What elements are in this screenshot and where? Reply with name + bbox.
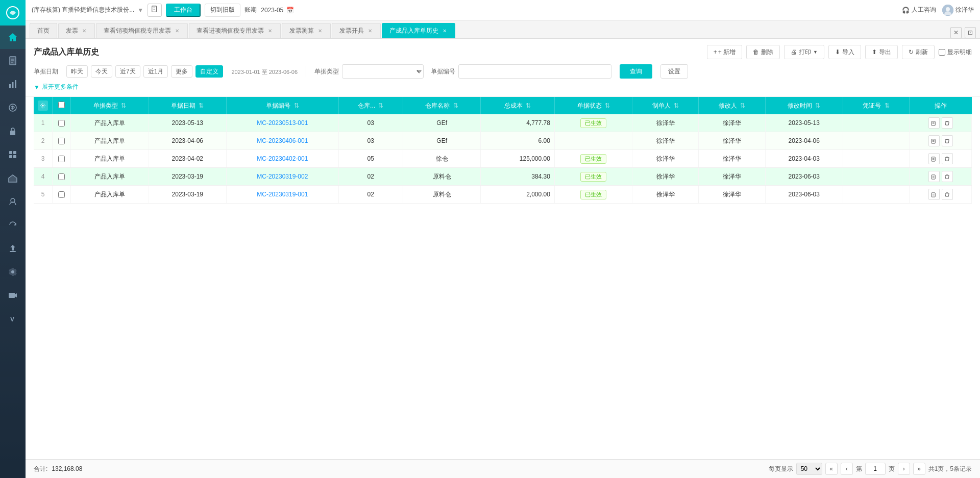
delete-btn[interactable]: 🗑 删除 — [746, 45, 780, 59]
workbench-btn[interactable]: 工作台 — [166, 4, 201, 17]
row-delete-btn-4[interactable] — [942, 189, 953, 200]
row-delete-btn-1[interactable] — [942, 135, 953, 146]
sidebar-item-settings[interactable] — [0, 260, 26, 284]
page-input[interactable] — [865, 463, 886, 475]
tab-history-close[interactable]: ✕ — [442, 28, 448, 34]
app-dropdown-icon[interactable]: ▼ — [137, 7, 143, 14]
th-date[interactable]: 单据日期 ⇅ — [149, 97, 227, 114]
page-size-select[interactable]: 50 10 20 100 — [796, 463, 822, 475]
switch-version-btn[interactable]: 切到旧版 — [205, 4, 240, 17]
th-number[interactable]: 单据编号 ⇅ — [227, 97, 339, 114]
tab-open[interactable]: 发票开具 ✕ — [332, 23, 381, 38]
th-type[interactable]: 单据类型 ⇅ — [71, 97, 149, 114]
row-type: 产品入库单 — [71, 168, 149, 186]
reset-btn[interactable]: 设置 — [660, 64, 688, 79]
sidebar-item-warehouse[interactable] — [0, 166, 26, 190]
import-btn[interactable]: ⬇ 导入 — [828, 45, 861, 59]
row-delete-btn-2[interactable] — [942, 153, 953, 164]
date-btn-1month[interactable]: 近1月 — [143, 65, 168, 78]
row-delete-btn-0[interactable] — [942, 117, 953, 129]
row-voucher — [843, 168, 910, 186]
th-voucher[interactable]: 凭证号 ⇅ — [843, 97, 910, 114]
row-number[interactable]: MC-20230319-001 — [227, 186, 339, 204]
th-settings[interactable] — [34, 97, 53, 114]
tab-open-close[interactable]: ✕ — [367, 28, 373, 34]
th-checkbox[interactable] — [53, 97, 71, 114]
date-btn-today[interactable]: 今天 — [91, 65, 112, 78]
th-warehouse-name[interactable]: 仓库名称 ⇅ — [403, 97, 481, 114]
row-checkbox-2[interactable] — [58, 156, 65, 162]
row-edit-btn-0[interactable] — [928, 117, 940, 129]
document-btn[interactable] — [148, 4, 162, 17]
th-cost[interactable]: 总成本 ⇅ — [481, 97, 555, 114]
row-edit-btn-3[interactable] — [928, 171, 940, 182]
tab-input-vat[interactable]: 查看进项增值税专用发票 ✕ — [189, 23, 281, 38]
row-cost: 2,000.00 — [481, 186, 555, 204]
prev-page-btn[interactable]: ‹ — [841, 463, 853, 475]
date-btn-custom[interactable]: 自定义 — [195, 65, 223, 78]
tab-invoice[interactable]: 发票 ✕ — [58, 23, 95, 38]
sidebar-item-lock[interactable] — [0, 119, 26, 143]
tab-home[interactable]: 首页 — [30, 23, 57, 38]
first-page-btn[interactable]: « — [825, 463, 838, 475]
tab-input-vat-close[interactable]: ✕ — [267, 28, 273, 34]
row-edit-btn-2[interactable] — [928, 153, 940, 164]
date-btn-yesterday[interactable]: 昨天 — [66, 65, 88, 78]
new-btn[interactable]: + + 新增 — [707, 45, 742, 59]
next-page-btn[interactable]: › — [898, 463, 910, 475]
last-page-btn[interactable]: » — [913, 463, 925, 475]
row-delete-btn-3[interactable] — [942, 171, 953, 182]
row-number[interactable]: MC-20230319-002 — [227, 168, 339, 186]
row-checkbox-1[interactable] — [58, 138, 65, 144]
row-edit-btn-4[interactable] — [928, 189, 940, 200]
sidebar-item-video[interactable] — [0, 284, 26, 307]
tab-close-all-btn[interactable]: ✕ — [950, 27, 962, 38]
row-number[interactable]: MC-20230513-001 — [227, 114, 339, 132]
row-checkbox-0[interactable] — [58, 120, 65, 127]
sidebar-item-upload[interactable] — [0, 237, 26, 260]
status-badge: 已生效 — [580, 154, 606, 164]
sidebar-item-stamp[interactable] — [0, 190, 26, 213]
th-warehouse-code[interactable]: 仓库... ⇅ — [338, 97, 403, 114]
tab-sales-vat-close[interactable]: ✕ — [174, 28, 180, 34]
select-all-checkbox[interactable] — [58, 102, 65, 108]
sidebar-item-grid[interactable] — [0, 143, 26, 166]
th-status[interactable]: 单据状态 ⇅ — [554, 97, 632, 114]
date-btn-more[interactable]: 更多 — [171, 65, 192, 78]
th-creator[interactable]: 制单人 ⇅ — [632, 97, 699, 114]
tab-calc[interactable]: 发票测算 ✕ — [282, 23, 331, 38]
sidebar-item-home[interactable] — [0, 26, 26, 49]
sidebar-item-refresh[interactable] — [0, 213, 26, 237]
user-name[interactable]: 徐泽华 — [955, 6, 974, 14]
number-filter-input[interactable] — [458, 64, 611, 79]
help-label[interactable]: 人工咨询 — [912, 6, 936, 14]
refresh-btn[interactable]: ↻ 刷新 — [902, 45, 935, 59]
export-btn[interactable]: ⬆ 导出 — [865, 45, 898, 59]
print-btn[interactable]: 🖨 打印 ▼ — [784, 45, 824, 59]
row-checkbox-4[interactable] — [58, 191, 65, 198]
tab-history[interactable]: 产成品入库单历史 ✕ — [382, 23, 455, 38]
row-number[interactable]: MC-20230406-001 — [227, 132, 339, 150]
date-btn-7days[interactable]: 近7天 — [115, 65, 140, 78]
tab-maximize-btn[interactable]: ⊡ — [965, 27, 976, 38]
row-checkbox-3[interactable] — [58, 173, 65, 180]
sidebar-item-finance[interactable] — [0, 96, 26, 119]
expand-filter-btn[interactable]: ▼ 展开更多条件 — [34, 83, 972, 91]
tab-invoice-close[interactable]: ✕ — [81, 28, 87, 34]
sidebar-item-documents[interactable] — [0, 49, 26, 72]
sidebar-item-v[interactable]: V — [0, 307, 26, 331]
row-edit-btn-1[interactable] — [928, 135, 940, 146]
type-filter-select[interactable] — [342, 64, 424, 79]
row-number[interactable]: MC-20230402-001 — [227, 150, 339, 168]
tab-sales-vat[interactable]: 查看销项增值税专用发票 ✕ — [96, 23, 188, 38]
sidebar-item-analytics[interactable] — [0, 72, 26, 96]
show-detail-checkbox[interactable] — [939, 49, 945, 56]
query-btn[interactable]: 查询 — [620, 64, 652, 79]
show-detail-label[interactable]: 显示明细 — [939, 48, 972, 57]
topbar-right: 🎧 人工咨询 徐泽华 — [902, 5, 974, 16]
tab-calc-close[interactable]: ✕ — [317, 28, 323, 34]
calendar-icon[interactable]: 📅 — [286, 7, 294, 14]
th-modify-time[interactable]: 修改时间 ⇅ — [765, 97, 843, 114]
th-modifier[interactable]: 修改人 ⇅ — [699, 97, 765, 114]
row-modifier: 徐泽华 — [699, 114, 765, 132]
